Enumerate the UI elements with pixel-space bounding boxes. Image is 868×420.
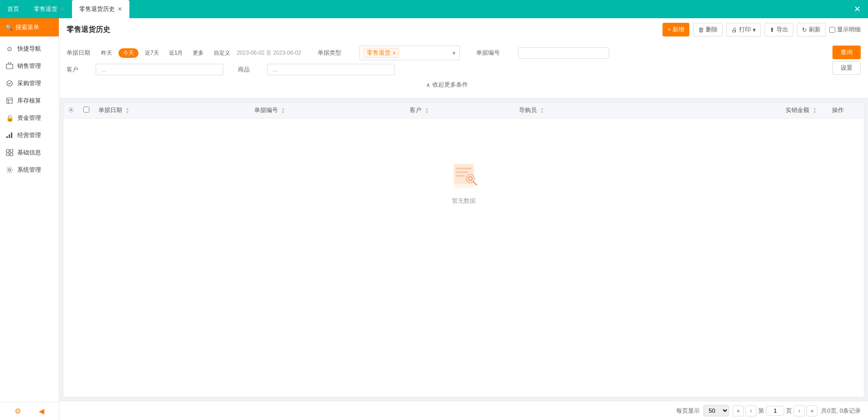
- number-filter-input[interactable]: [518, 47, 609, 59]
- main-layout: 🔍 搜索菜单 ⊙ 快捷导航 销售管理 采购管理: [0, 18, 868, 420]
- display-toggle[interactable]: 显示明细: [829, 26, 861, 34]
- type-filter-tag-close[interactable]: ✕: [392, 51, 396, 56]
- refresh-button[interactable]: ↻ 刷新: [797, 23, 826, 36]
- date-filter: 昨天 今天 近7天 近1月 更多 自定义 2023-06-02 至 2023-0…: [98, 48, 301, 58]
- sidebar-item-purchase[interactable]: 采购管理: [0, 75, 59, 92]
- th-date[interactable]: 单据日期 ▲▼: [94, 102, 250, 118]
- svg-rect-9: [10, 153, 13, 156]
- page-word: 第: [758, 407, 764, 415]
- goods-filter-label: 商品: [238, 66, 263, 74]
- display-toggle-checkbox[interactable]: [829, 27, 835, 33]
- goods-filter-item: 商品 ...: [238, 64, 395, 75]
- tab-close-retail-return[interactable]: ✕: [60, 6, 65, 12]
- page-title-row: 零售退货历史 + 新增 🗑 删除 🖨 打印 ▾ ⬆: [67, 23, 861, 36]
- page-size-select[interactable]: 50 100 200: [704, 405, 729, 416]
- export-button[interactable]: ⬆ 导出: [765, 23, 793, 36]
- date-btn-1month[interactable]: 近1月: [165, 48, 187, 58]
- query-button[interactable]: 查询: [832, 46, 861, 59]
- customer-filter-item: 客户 ...: [67, 64, 223, 75]
- sort-icon-date: ▲▼: [126, 107, 129, 114]
- system-icon: [5, 166, 14, 174]
- table-container: 单据日期 ▲▼ 单据编号 ▲▼ 客户 ▲▼ 导购员: [63, 102, 864, 397]
- select-all-checkbox[interactable]: [83, 107, 89, 113]
- next-page-btn[interactable]: ›: [794, 405, 805, 416]
- inventory-icon: [5, 97, 14, 105]
- goods-filter-select[interactable]: ...: [267, 64, 395, 75]
- search-icon: 🔍: [5, 24, 13, 31]
- page-size-label: 每页显示: [676, 407, 700, 415]
- th-setting[interactable]: [63, 102, 79, 118]
- tab-close-retail-return-history[interactable]: ✕: [118, 6, 122, 12]
- table-body: 暂无数据: [63, 118, 864, 242]
- collapse-sidebar-icon[interactable]: ◀: [39, 407, 44, 415]
- sidebar-item-operations[interactable]: 经营管理: [0, 127, 59, 144]
- date-btn-7days[interactable]: 近7天: [141, 48, 163, 58]
- empty-text: 暂无数据: [452, 197, 476, 205]
- sort-icon-customer: ▲▼: [425, 107, 429, 114]
- svg-rect-5: [11, 133, 12, 138]
- print-button[interactable]: 🖨 打印 ▾: [726, 23, 761, 36]
- page-header: 零售退货历史 + 新增 🗑 删除 🖨 打印 ▾ ⬆: [59, 18, 868, 98]
- filter-main-row: 单据日期 昨天 今天 近7天 近1月 更多 自定义 2023-06-02 至 2…: [67, 46, 861, 93]
- operations-icon: [5, 131, 14, 139]
- date-range-text: 2023-06-02 至 2023-06-02: [236, 49, 301, 57]
- delete-button[interactable]: 🗑 删除: [693, 23, 723, 36]
- date-filter-label: 单据日期: [67, 49, 92, 57]
- filter-fields: 单据日期 昨天 今天 近7天 近1月 更多 自定义 2023-06-02 至 2…: [67, 46, 827, 93]
- th-checkbox[interactable]: [79, 102, 94, 118]
- collapse-filter-btn[interactable]: ∧ 收起更多条件: [421, 79, 473, 91]
- pagination-bar: 每页显示 50 100 200 « ‹ 第 页 › » 共0页, 0条记录: [59, 401, 868, 420]
- date-btn-yesterday[interactable]: 昨天: [98, 48, 116, 58]
- th-op: 操作: [827, 102, 864, 118]
- type-filter-tag: 零售退货 ✕: [364, 48, 399, 58]
- th-customer[interactable]: 客户 ▲▼: [405, 102, 514, 118]
- svg-point-1: [7, 81, 12, 86]
- total-text: 共0页, 0条记录: [821, 407, 861, 415]
- date-btn-more[interactable]: 更多: [189, 48, 207, 58]
- tab-home[interactable]: + 新增 首页: [0, 0, 26, 18]
- settings-bottom-icon[interactable]: ⚙: [15, 407, 21, 415]
- filter-row-1: 单据日期 昨天 今天 近7天 近1月 更多 自定义 2023-06-02 至 2…: [67, 46, 827, 60]
- type-filter-select[interactable]: 零售退货 ✕ ▾: [360, 46, 460, 60]
- table-header-row: 单据日期 ▲▼ 单据编号 ▲▼ 客户 ▲▼ 导购员: [63, 102, 864, 118]
- add-button[interactable]: + 新增: [663, 23, 689, 36]
- svg-point-10: [9, 169, 11, 171]
- prev-page-btn[interactable]: ‹: [745, 405, 756, 416]
- tab-list: + 新增 首页 零售退货 ✕ 零售退货历史 ✕: [0, 0, 847, 18]
- sidebar-item-finance[interactable]: 🔒 资金管理: [0, 109, 59, 127]
- tab-retail-return-history[interactable]: 零售退货历史 ✕: [72, 0, 129, 18]
- date-btn-today[interactable]: 今天: [118, 48, 139, 58]
- sidebar-item-system[interactable]: 系统管理: [0, 161, 59, 179]
- th-amount[interactable]: 实销金额 ▲▼: [647, 102, 827, 118]
- sidebar-search[interactable]: 🔍 搜索菜单: [0, 18, 59, 36]
- empty-state: 暂无数据: [63, 118, 864, 241]
- empty-icon: [446, 155, 482, 191]
- first-page-btn[interactable]: «: [733, 405, 744, 416]
- th-guide[interactable]: 导购员 ▲▼: [514, 102, 647, 118]
- window-close-button[interactable]: ✕: [847, 4, 868, 14]
- date-btn-custom[interactable]: 自定义: [210, 48, 234, 58]
- sort-icon-amount: ▲▼: [813, 107, 817, 114]
- sidebar-item-quicknav[interactable]: ⊙ 快捷导航: [0, 40, 59, 57]
- sidebar-item-inventory[interactable]: 库存核算: [0, 92, 59, 109]
- th-number[interactable]: 单据编号 ▲▼: [250, 102, 406, 118]
- svg-rect-4: [9, 134, 10, 138]
- sidebar-item-sales[interactable]: 销售管理: [0, 57, 59, 75]
- tab-retail-return[interactable]: 零售退货 ✕: [26, 0, 72, 18]
- toolbar: + 新增 🗑 删除 🖨 打印 ▾ ⬆ 导出: [663, 23, 861, 36]
- svg-rect-15: [456, 171, 468, 173]
- page-unit: 页: [786, 407, 792, 415]
- last-page-btn[interactable]: »: [806, 405, 817, 416]
- customer-filter-select[interactable]: ...: [96, 64, 223, 75]
- svg-rect-3: [6, 136, 8, 138]
- top-bar: + 新增 首页 零售退货 ✕ 零售退货历史 ✕ ✕: [0, 0, 868, 18]
- page-title: 零售退货历史: [67, 25, 110, 35]
- sidebar-nav: ⊙ 快捷导航 销售管理 采购管理 库存核算: [0, 36, 59, 402]
- sales-icon: [5, 62, 14, 70]
- svg-line-18: [473, 182, 477, 185]
- type-filter-label: 单据类型: [318, 49, 354, 57]
- page-input[interactable]: [766, 406, 784, 415]
- sort-icon-number: ▲▼: [281, 107, 285, 114]
- sidebar-item-basicinfo[interactable]: 基础信息: [0, 144, 59, 161]
- setting-button[interactable]: 设置: [832, 61, 861, 75]
